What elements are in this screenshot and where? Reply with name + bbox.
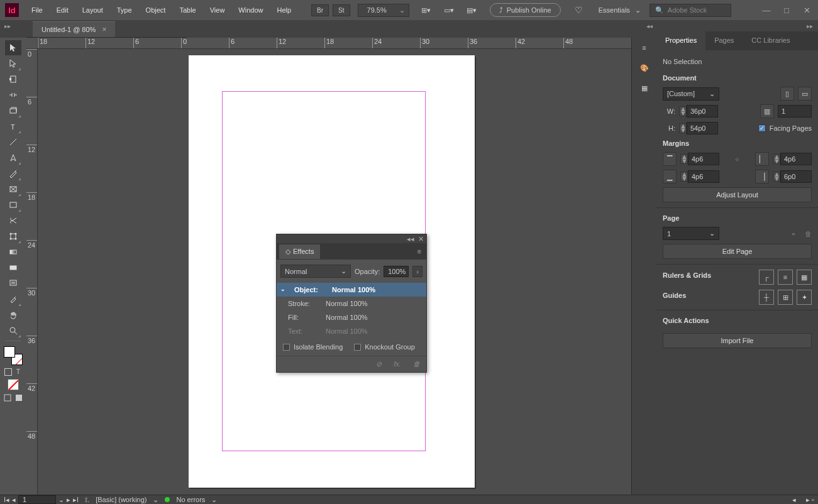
ruler-origin[interactable]	[26, 38, 38, 49]
tab-cc-libraries[interactable]: CC Libraries	[743, 31, 799, 50]
apply-none-swatch[interactable]	[8, 379, 19, 390]
menu-view[interactable]: View	[204, 4, 231, 16]
arrange-button[interactable]: ▤▾	[462, 3, 481, 17]
menu-help[interactable]: Help	[270, 4, 297, 16]
chevron-down-icon[interactable]: ⌄	[153, 496, 158, 504]
link-margins-icon[interactable]: ⟐	[723, 155, 751, 163]
screen-mode-button[interactable]: ▭▾	[439, 3, 458, 17]
scissors-tool[interactable]	[5, 213, 21, 228]
gap-tool[interactable]	[5, 87, 21, 102]
effects-tab[interactable]: ◇ Effects	[279, 244, 320, 259]
stock-button[interactable]: St	[333, 4, 350, 16]
margin-right-spinner[interactable]: ▲▼	[773, 172, 780, 182]
close-icon[interactable]: ✕	[418, 235, 424, 243]
height-spinner[interactable]: ▲▼	[679, 123, 687, 133]
margin-bottom-input[interactable]	[688, 170, 719, 183]
facing-pages-checkbox[interactable]: ✓	[758, 124, 766, 132]
tab-properties[interactable]: Properties	[656, 31, 705, 50]
free-transform-tool[interactable]	[5, 229, 21, 244]
panel-titlebar[interactable]: ◂◂ ✕	[277, 234, 426, 243]
effects-row-object[interactable]: ⌄Object:Normal 100%	[277, 283, 426, 297]
type-tool[interactable]: T	[5, 119, 21, 134]
orientation-landscape-button[interactable]: ▭	[798, 87, 812, 101]
bridge-button[interactable]: Br	[311, 4, 329, 16]
last-page-icon[interactable]: ▸I	[73, 496, 79, 504]
blend-mode-select[interactable]: Normal ⌄	[280, 265, 351, 278]
color-icon[interactable]: 🎨	[637, 62, 652, 74]
collapse-left-icon[interactable]: ▸▸	[4, 23, 11, 30]
line-tool[interactable]	[5, 134, 21, 150]
canvas-area[interactable]: 181260612182430364248 0612182430364248 ◂…	[26, 38, 631, 495]
eyedropper-tool[interactable]	[5, 292, 21, 307]
pages-input[interactable]	[778, 105, 812, 118]
menu-layout[interactable]: Layout	[76, 4, 109, 16]
properties-icon[interactable]: ≡	[637, 41, 652, 54]
opacity-input[interactable]	[384, 266, 409, 277]
direct-selection-tool[interactable]	[5, 56, 21, 71]
margin-top-input[interactable]	[688, 153, 719, 165]
hand-tool[interactable]	[5, 307, 21, 322]
pen-tool[interactable]	[5, 150, 21, 165]
margin-right-input[interactable]	[780, 170, 812, 183]
formatting-text-icon[interactable]: T	[14, 368, 22, 376]
content-collector-tool[interactable]	[5, 103, 21, 118]
rectangle-tool[interactable]	[5, 197, 21, 212]
help-bulb-icon[interactable]: ♡	[570, 3, 589, 17]
ruler-vertical[interactable]: 0612182430364248	[26, 49, 38, 495]
zoom-control[interactable]: 79.5% ⌄	[358, 4, 409, 17]
edit-page-button[interactable]: Edit Page	[663, 244, 812, 259]
chevron-down-icon[interactable]: ⌄	[395, 4, 409, 16]
margin-top-spinner[interactable]: ▲▼	[680, 154, 688, 164]
margin-left-input[interactable]	[780, 153, 812, 165]
note-tool[interactable]	[5, 276, 21, 291]
margin-left-spinner[interactable]: ▲▼	[773, 154, 780, 164]
view-options-button[interactable]: ⊞▾	[417, 3, 436, 17]
clear-effects-icon[interactable]: ⊘	[373, 360, 384, 368]
smart-guides-button[interactable]: ✦	[797, 290, 812, 305]
new-page-icon[interactable]: ▫	[792, 230, 795, 238]
maximize-button[interactable]: □	[780, 4, 793, 16]
page-preset-select[interactable]: [Custom]⌄	[663, 87, 719, 101]
formatting-container-icon[interactable]	[4, 368, 12, 376]
zoom-tool[interactable]	[5, 323, 21, 338]
menu-object[interactable]: Object	[140, 4, 172, 16]
margin-bottom-spinner[interactable]: ▲▼	[680, 172, 688, 182]
collapse-icon[interactable]: ◂◂	[407, 235, 414, 243]
trash-icon[interactable]: 🗑	[805, 230, 812, 238]
menu-file[interactable]: File	[25, 4, 49, 16]
effects-row-stroke[interactable]: Stroke:Normal 100%	[277, 297, 426, 310]
knockout-group-checkbox[interactable]: Knockout Group	[354, 343, 415, 351]
adjust-layout-button[interactable]: Adjust Layout	[663, 187, 812, 202]
pages-icon[interactable]: ▦	[637, 82, 652, 94]
page-nav[interactable]: I◂ ◂ ⌄ ▸ ▸I	[4, 495, 79, 504]
stock-search[interactable]: 🔍 Adobe Stock	[649, 4, 731, 17]
tab-pages[interactable]: Pages	[705, 31, 743, 50]
close-button[interactable]: ✕	[800, 4, 813, 16]
scroll-left-icon[interactable]: ◂	[792, 496, 796, 504]
fx-icon[interactable]: fx.	[392, 360, 402, 368]
open-panel-icon[interactable]: ⟟.	[85, 496, 89, 504]
collapse-mid-icon[interactable]: ◂◂	[646, 23, 653, 30]
page-tool[interactable]	[5, 72, 21, 87]
rectangle-frame-tool[interactable]	[5, 182, 21, 197]
prev-page-icon[interactable]: ◂	[12, 496, 16, 504]
close-icon[interactable]: ×	[102, 25, 106, 34]
workspace-switcher[interactable]: Essentials ⌄	[591, 4, 648, 17]
import-file-button[interactable]: Import File	[663, 333, 812, 348]
menu-window[interactable]: Window	[232, 4, 269, 16]
show-guides-button[interactable]: ┼	[759, 290, 774, 305]
height-input[interactable]	[687, 122, 718, 134]
minimize-button[interactable]: —	[760, 4, 773, 16]
panel-menu-icon[interactable]: ≡	[415, 245, 424, 258]
opacity-flyout-icon[interactable]: ›	[412, 266, 423, 277]
width-spinner[interactable]: ▲▼	[679, 106, 687, 116]
gradient-feather-tool[interactable]	[5, 260, 21, 275]
document-tab[interactable]: Untitled-1 @ 80% ×	[33, 21, 115, 37]
orientation-portrait-button[interactable]: ▯	[780, 87, 794, 101]
fill-stroke-swatch[interactable]	[4, 346, 23, 365]
pencil-tool[interactable]	[5, 166, 21, 181]
baseline-grid-button[interactable]: ≡	[778, 270, 793, 285]
ruler-units-button[interactable]: ┌	[759, 270, 774, 285]
ruler-horizontal[interactable]: 181260612182430364248	[38, 38, 631, 49]
preview-view-icon[interactable]	[14, 393, 23, 402]
